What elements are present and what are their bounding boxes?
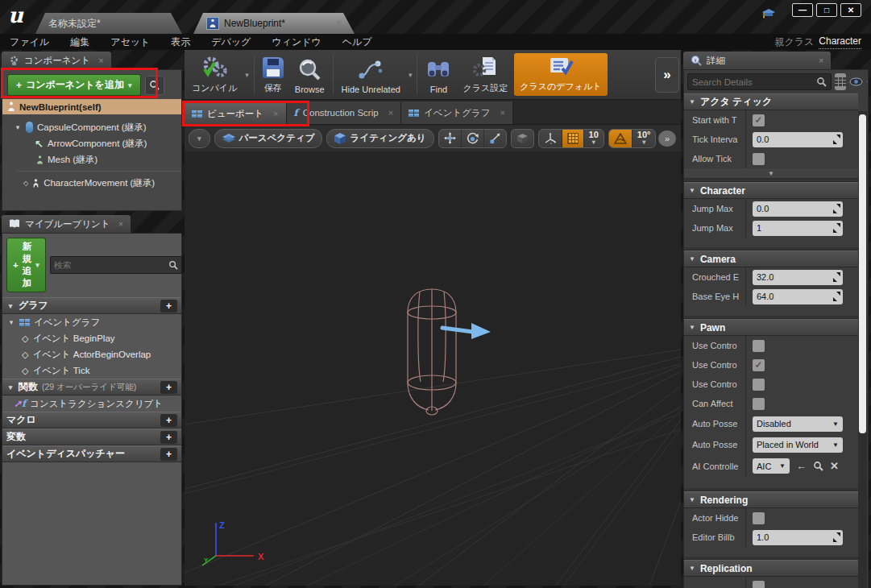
drag-corner-icon[interactable] bbox=[833, 135, 840, 144]
tree-item-capsule[interactable]: ▾ CapsuleComponent (継承) bbox=[2, 119, 181, 135]
checkbox[interactable] bbox=[753, 581, 765, 588]
tutorial-cap-icon[interactable] bbox=[761, 6, 776, 21]
close-icon[interactable]: × bbox=[98, 56, 103, 65]
section-variables[interactable]: 変数 + bbox=[2, 429, 181, 445]
drag-corner-icon[interactable] bbox=[833, 204, 840, 213]
compile-options-caret[interactable]: ▾ bbox=[243, 71, 251, 79]
checkbox[interactable] bbox=[753, 398, 765, 410]
dropdown[interactable]: Placed in World▼ bbox=[753, 437, 843, 453]
chevron-down-icon[interactable]: ▾ bbox=[14, 123, 22, 131]
close-icon[interactable]: × bbox=[500, 108, 504, 118]
menu-edit[interactable]: 編集 bbox=[70, 35, 89, 49]
close-icon[interactable]: × bbox=[819, 56, 823, 65]
parent-class-link[interactable]: Character bbox=[819, 35, 861, 49]
menu-view[interactable]: 表示 bbox=[171, 35, 190, 49]
asset-tab-untitled[interactable]: 名称未設定* bbox=[35, 13, 182, 34]
chevron-down-icon[interactable]: ▾ bbox=[7, 318, 15, 326]
number-field[interactable] bbox=[753, 530, 843, 545]
tab-details[interactable]: i 詳細 × bbox=[683, 52, 831, 69]
section-camera[interactable]: ▼ Camera bbox=[684, 251, 858, 267]
compile-button[interactable]: コンパイル bbox=[186, 52, 243, 97]
section-expander[interactable]: ▼ bbox=[684, 168, 858, 179]
checkbox[interactable] bbox=[753, 379, 765, 391]
close-icon[interactable]: × bbox=[336, 18, 342, 29]
section-pawn[interactable]: ▼ Pawn bbox=[684, 319, 858, 336]
number-input[interactable] bbox=[757, 135, 821, 144]
add-dispatcher-button[interactable]: + bbox=[160, 448, 177, 461]
close-icon[interactable]: × bbox=[388, 108, 393, 118]
perspective-button[interactable]: パースペクティブ bbox=[214, 129, 323, 148]
add-variable-button[interactable]: + bbox=[160, 431, 177, 444]
add-macro-button[interactable]: + bbox=[160, 414, 177, 427]
number-input[interactable] bbox=[757, 272, 821, 282]
aic-dropdown[interactable]: AIC▼ bbox=[753, 458, 790, 474]
tab-my-blueprint[interactable]: マイブループリント × bbox=[2, 215, 131, 233]
world-local-gizmo-button[interactable] bbox=[539, 130, 562, 147]
translate-tool-button[interactable] bbox=[439, 130, 462, 147]
hide-unrelated-button[interactable]: Hide Unrelated bbox=[336, 52, 406, 97]
list-item-construction-script[interactable]: ➚f コンストラクションスクリプト bbox=[2, 395, 181, 412]
list-item-event-graph[interactable]: ▾ イベントグラフ bbox=[2, 314, 181, 330]
checkbox[interactable]: ✓ bbox=[753, 114, 765, 126]
surface-snap-button[interactable] bbox=[511, 129, 534, 148]
browse-to-icon[interactable] bbox=[813, 461, 823, 471]
details-scrollbar[interactable] bbox=[858, 111, 867, 588]
section-macros[interactable]: マクロ + bbox=[2, 412, 181, 429]
grid-snap-value-button[interactable]: 10▾ bbox=[584, 130, 603, 147]
list-item-event-actorbeginoverlap[interactable]: ◇ イベント ActorBeginOverlap bbox=[2, 346, 181, 362]
details-search[interactable] bbox=[687, 73, 832, 90]
add-new-button[interactable]: + 新規追加 ▾ bbox=[6, 238, 46, 292]
viewport-options-button[interactable]: ▾ bbox=[189, 129, 210, 148]
details-search-input[interactable] bbox=[692, 77, 816, 87]
menu-window[interactable]: ウィンドウ bbox=[272, 35, 321, 49]
number-input[interactable] bbox=[757, 532, 821, 542]
number-field[interactable] bbox=[753, 270, 843, 285]
drag-corner-icon[interactable] bbox=[833, 272, 840, 282]
my-blueprint-search[interactable] bbox=[50, 256, 182, 274]
section-actor-tick[interactable]: ▼ アクタ ティック bbox=[684, 93, 858, 110]
tree-item-self[interactable]: NewBlueprint(self) bbox=[2, 99, 181, 114]
section-replication[interactable]: ▼ Replication bbox=[684, 560, 858, 577]
menu-file[interactable]: ファイル bbox=[10, 35, 49, 49]
lit-mode-button[interactable]: ライティングあり bbox=[326, 129, 433, 148]
section-functions[interactable]: ▾ 関数 (29 オーバーライド可能) + bbox=[2, 379, 181, 395]
close-icon[interactable]: × bbox=[273, 109, 278, 118]
use-selected-icon[interactable]: ← bbox=[796, 460, 807, 472]
browse-button[interactable]: Browse bbox=[289, 52, 330, 97]
rotate-tool-button[interactable] bbox=[462, 130, 484, 147]
tree-item-charactermovement[interactable]: ◇ CharacterMovement (継承) bbox=[2, 175, 181, 191]
add-function-button[interactable]: + bbox=[160, 381, 177, 394]
components-search-button[interactable] bbox=[145, 76, 164, 95]
number-field[interactable] bbox=[753, 221, 843, 236]
tab-construction-script[interactable]: f Construction Scrip × bbox=[287, 101, 402, 124]
checkbox[interactable]: ✓ bbox=[753, 359, 765, 371]
section-rendering[interactable]: ▼ Rendering bbox=[684, 491, 858, 508]
rotation-snap-toggle[interactable] bbox=[609, 130, 633, 147]
viewport-toolbar-overflow-button[interactable]: » bbox=[658, 130, 676, 147]
number-field[interactable] bbox=[753, 201, 843, 217]
section-character[interactable]: ▼ Character bbox=[684, 182, 858, 199]
section-graphs[interactable]: ▾ グラフ + bbox=[2, 297, 181, 314]
add-graph-button[interactable]: + bbox=[160, 300, 177, 313]
tree-item-mesh[interactable]: Mesh (継承) bbox=[2, 151, 181, 168]
details-filter-button[interactable]: ▾ bbox=[849, 77, 869, 86]
close-icon[interactable]: × bbox=[118, 219, 123, 229]
number-input[interactable] bbox=[757, 292, 821, 301]
search-input[interactable] bbox=[54, 260, 168, 270]
tree-item-arrow[interactable]: ↖ ArrowComponent (継承) bbox=[2, 135, 181, 151]
find-button[interactable]: Find bbox=[420, 52, 457, 97]
asset-tab-newblueprint[interactable]: NewBlueprint* × bbox=[193, 13, 355, 34]
class-defaults-button[interactable]: クラスのデフォルト bbox=[514, 53, 607, 96]
close-button[interactable]: ✕ bbox=[840, 3, 861, 17]
rotation-snap-value-button[interactable]: 10°▾ bbox=[633, 130, 656, 147]
tab-event-graph[interactable]: イベントグラフ × bbox=[401, 101, 513, 124]
checkbox[interactable] bbox=[753, 512, 765, 524]
minimize-button[interactable]: — bbox=[792, 3, 813, 17]
tab-components[interactable]: コンポーネント × bbox=[2, 52, 111, 69]
list-item-event-tick[interactable]: ◇ イベント Tick bbox=[2, 362, 181, 379]
list-item-event-beginplay[interactable]: ◇ イベント BeginPlay bbox=[2, 330, 181, 346]
checkbox[interactable] bbox=[753, 340, 765, 352]
menu-help[interactable]: ヘルプ bbox=[342, 35, 372, 49]
menu-asset[interactable]: アセット bbox=[110, 35, 150, 49]
number-field[interactable] bbox=[753, 132, 843, 147]
